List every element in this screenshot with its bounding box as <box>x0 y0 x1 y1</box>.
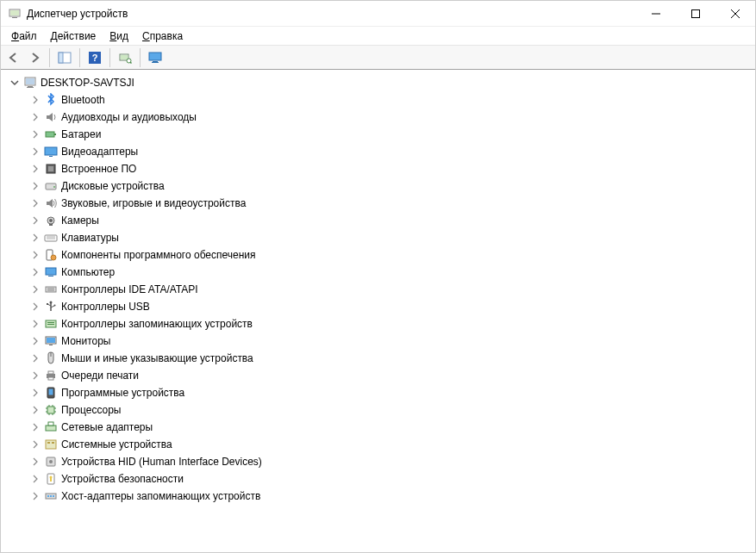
tree-category-software[interactable]: Компоненты программного обеспечения <box>30 246 755 264</box>
svg-rect-8 <box>59 53 63 63</box>
category-label: Компоненты программного обеспечения <box>61 249 256 261</box>
chevron-right-icon[interactable] <box>30 181 41 191</box>
printer-icon <box>44 369 58 382</box>
nav-forward-button[interactable] <box>25 48 44 67</box>
category-label: Очереди печати <box>61 370 139 382</box>
menu-help[interactable]: Справка <box>135 28 190 44</box>
svg-rect-17 <box>152 62 159 63</box>
battery-icon <box>44 127 58 141</box>
tree-category-security[interactable]: Устройства безопасности <box>30 470 755 488</box>
svg-rect-4 <box>692 9 700 17</box>
tree-category-printer[interactable]: Очереди печати <box>30 367 755 384</box>
chevron-right-icon[interactable] <box>30 405 41 415</box>
tree-category-storagectl[interactable]: Контроллеры запоминающих устройств <box>30 315 755 332</box>
storagectl-icon <box>44 317 58 331</box>
disk-icon <box>44 179 58 193</box>
chevron-right-icon[interactable] <box>30 353 41 363</box>
computer-icon <box>44 265 58 279</box>
titlebar: Диспетчер устройств <box>1 1 755 27</box>
tree-category-disk[interactable]: Дисковые устройства <box>30 177 755 195</box>
menu-action[interactable]: Действие <box>44 28 103 44</box>
nav-back-button[interactable] <box>4 48 23 67</box>
category-label: Bluetooth <box>61 94 105 106</box>
chevron-right-icon[interactable] <box>30 319 41 329</box>
tree-category-cpu[interactable]: Процессоры <box>30 401 755 419</box>
chevron-right-icon[interactable] <box>30 388 41 398</box>
chevron-right-icon[interactable] <box>30 95 41 105</box>
tree-category-mouse[interactable]: Мыши и иные указывающие устройства <box>30 350 755 367</box>
category-label: Компьютер <box>61 266 115 278</box>
tree-category-progdev[interactable]: Программные устройства <box>30 384 755 401</box>
chevron-right-icon[interactable] <box>30 422 41 432</box>
tree-category-computer[interactable]: Компьютер <box>30 264 755 281</box>
tree-root-node[interactable]: DESKTOP-SAVTSJI <box>9 74 755 91</box>
svg-rect-12 <box>121 55 128 59</box>
audio-icon <box>44 110 58 124</box>
chevron-right-icon[interactable] <box>30 370 41 381</box>
chevron-right-icon[interactable] <box>30 250 41 260</box>
chevron-right-icon[interactable] <box>30 439 41 450</box>
tree-category-hba[interactable]: Хост-адаптеры запоминающих устройств <box>30 488 755 505</box>
close-button[interactable] <box>715 1 755 27</box>
tree-category-ide[interactable]: Контроллеры IDE ATA/ATAPI <box>30 281 755 298</box>
toolbar-separator <box>109 48 110 67</box>
chevron-right-icon[interactable] <box>30 233 41 243</box>
minimize-button[interactable] <box>636 1 676 27</box>
category-label: Хост-адаптеры запоминающих устройств <box>61 490 260 502</box>
svg-rect-2 <box>10 10 19 16</box>
category-label: Процессоры <box>61 404 122 416</box>
chevron-right-icon[interactable] <box>30 146 41 157</box>
tree-category-bluetooth[interactable]: Bluetooth <box>30 91 755 109</box>
chevron-right-icon[interactable] <box>30 336 41 346</box>
toolbar: ? <box>1 46 755 70</box>
chevron-right-icon[interactable] <box>30 457 41 467</box>
tree-category-camera[interactable]: Камеры <box>30 212 755 229</box>
chevron-right-icon[interactable] <box>30 284 41 295</box>
tree-category-sound[interactable]: Звуковые, игровые и видеоустройства <box>30 195 755 212</box>
tree-category-keyboard[interactable]: Клавиатуры <box>30 229 755 246</box>
display-icon <box>44 145 58 158</box>
category-label: Мыши и иные указывающие устройства <box>61 352 253 364</box>
maximize-button[interactable] <box>676 1 715 27</box>
keyboard-icon <box>44 231 58 245</box>
scan-hardware-button[interactable] <box>116 48 134 67</box>
tree-category-firmware[interactable]: Встроенное ПО <box>30 160 755 177</box>
monitor-icon-button[interactable] <box>146 48 165 67</box>
category-label: Видеоадаптеры <box>61 146 138 158</box>
chevron-right-icon[interactable] <box>30 112 41 122</box>
menu-view[interactable]: Вид <box>103 28 135 44</box>
tree-category-display[interactable]: Видеоадаптеры <box>30 143 755 160</box>
chevron-right-icon[interactable] <box>30 267 41 277</box>
tree-category-network[interactable]: Сетевые адаптеры <box>30 419 755 436</box>
firmware-icon <box>44 162 58 176</box>
tree-category-usb[interactable]: Контроллеры USB <box>30 298 755 315</box>
device-tree[interactable]: DESKTOP-SAVTSJI BluetoothАудиовходы и ау… <box>1 70 755 552</box>
toolbar-separator <box>140 48 141 67</box>
chevron-right-icon[interactable] <box>30 164 41 174</box>
hba-icon <box>44 489 58 503</box>
category-label: Системные устройства <box>61 438 172 450</box>
svg-rect-19 <box>26 78 34 84</box>
system-icon <box>44 438 58 451</box>
tree-category-monitor[interactable]: Мониторы <box>30 332 755 350</box>
tree-category-battery[interactable]: Батареи <box>30 126 755 143</box>
chevron-right-icon[interactable] <box>30 198 41 208</box>
chevron-right-icon[interactable] <box>30 474 41 484</box>
ide-icon <box>44 283 58 296</box>
show-hide-tree-button[interactable] <box>55 48 74 67</box>
chevron-right-icon[interactable] <box>30 129 41 140</box>
chevron-right-icon[interactable] <box>30 491 41 501</box>
chevron-right-icon[interactable] <box>30 301 41 312</box>
category-label: Клавиатуры <box>61 232 119 244</box>
tree-category-hid[interactable]: Устройства HID (Human Interface Devices) <box>30 453 755 470</box>
chevron-right-icon[interactable] <box>30 215 41 226</box>
svg-line-14 <box>130 62 132 64</box>
chevron-down-icon[interactable] <box>9 78 20 88</box>
help-button[interactable]: ? <box>85 48 104 67</box>
tree-category-system[interactable]: Системные устройства <box>30 436 755 453</box>
menu-file[interactable]: Файл <box>4 28 44 44</box>
tree-category-audio[interactable]: Аудиовходы и аудиовыходы <box>30 109 755 126</box>
camera-icon <box>44 214 58 227</box>
mouse-icon <box>44 351 58 365</box>
category-label: Устройства безопасности <box>61 473 184 485</box>
